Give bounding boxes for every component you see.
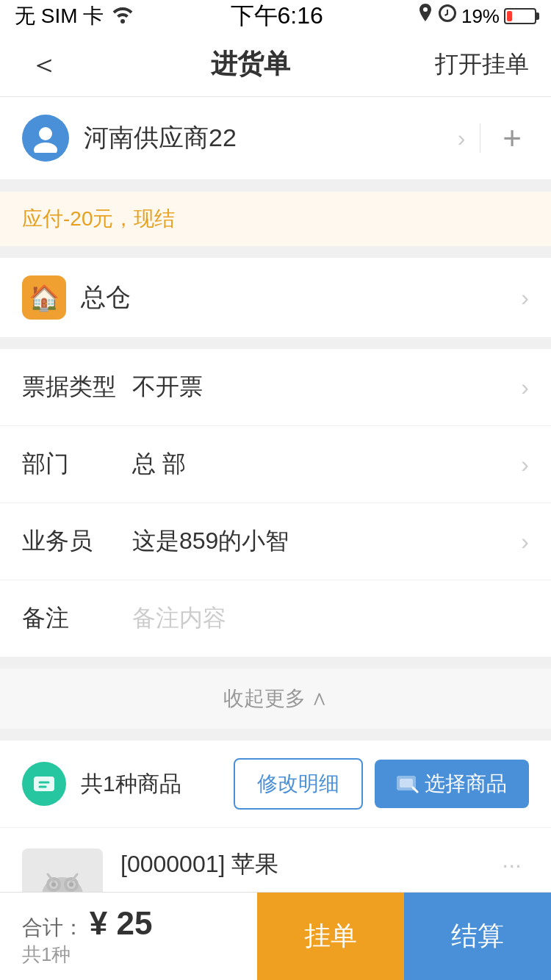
product-name: [0000001] 苹果 [120,849,494,881]
warehouse-chevron-icon: › [521,284,529,311]
form-section: 票据类型 不开票 › 部门 总 部 › 业务员 这是859的小智 › 备注 备注… [0,349,551,657]
footer: 合计： ¥ 25 共1种 挂单 结算 [0,892,551,980]
products-icon [22,762,66,806]
battery-percent: 19% [461,5,500,28]
invoice-type-row[interactable]: 票据类型 不开票 › [0,349,551,426]
svg-rect-4 [400,779,413,788]
warehouse-row[interactable]: 🏠 总仓 › [0,258,551,337]
sales-row[interactable]: 业务员 这是859的小智 › [0,503,551,580]
warehouse-icon: 🏠 [22,275,66,320]
sales-value: 这是859的小智 [118,525,521,558]
total-amount: ¥ 25 [90,905,153,941]
svg-line-5 [413,788,417,792]
carrier-label: 无 SIM 卡 [15,2,104,30]
dept-chevron-icon: › [521,451,529,478]
select-product-button[interactable]: 选择商品 [375,760,529,808]
supplier-chevron-icon: › [458,125,466,152]
svg-point-12 [69,882,73,887]
sales-chevron-icon: › [521,528,529,555]
collapse-row[interactable]: 收起更多 ∧ [0,669,551,729]
settle-button[interactable]: 结算 [404,893,551,981]
products-header: 共1种商品 修改明细 选择商品 [0,741,551,828]
invoice-label: 票据类型 [22,371,118,403]
dept-value: 总 部 [118,448,521,480]
svg-rect-2 [34,777,54,791]
location-icon [417,4,433,29]
alarm-icon [438,4,457,29]
battery-icon [504,8,536,24]
products-count: 共1种商品 [81,769,234,799]
supplier-section: 河南供应商22 › + [0,97,551,180]
edit-detail-button[interactable]: 修改明细 [234,758,363,810]
dept-label: 部门 [22,448,118,480]
time-label: 下午6:16 [231,0,323,32]
add-supplier-button[interactable]: + [495,120,529,156]
notice-bar: 应付-20元，现结 [0,192,551,246]
collapse-label: 收起更多 ∧ [223,687,328,710]
footer-total: 合计： ¥ 25 共1种 [0,905,257,968]
supplier-divider [480,123,480,153]
svg-point-0 [39,127,52,140]
remark-input[interactable]: 备注内容 [118,602,529,635]
warehouse-section: 🏠 总仓 › [0,258,551,337]
nav-bar: ＜ 进货单 打开挂单 [0,32,551,97]
wifi-icon [109,4,136,29]
product-title: 苹果 [231,851,278,877]
open-hold-button[interactable]: 打开挂单 [435,48,529,81]
back-button[interactable]: ＜ [22,37,66,92]
select-product-label: 选择商品 [425,770,507,798]
invoice-chevron-icon: › [521,374,529,401]
product-more-button[interactable]: ··· [494,849,529,882]
footer-count: 共1种 [22,942,235,968]
status-left: 无 SIM 卡 [15,2,136,30]
svg-point-1 [34,143,57,153]
dept-row[interactable]: 部门 总 部 › [0,426,551,503]
invoice-value: 不开票 [118,371,521,403]
status-bar: 无 SIM 卡 下午6:16 19% [0,0,551,32]
supplier-avatar [22,115,69,162]
supplier-row[interactable]: 河南供应商22 › + [0,97,551,180]
total-label: 合计： [22,916,84,939]
supplier-name: 河南供应商22 [84,121,458,155]
remark-label: 备注 [22,602,118,635]
warehouse-name: 总仓 [81,281,521,314]
notice-text: 应付-20元，现结 [22,207,175,230]
product-code: [0000001] [120,851,225,877]
sales-label: 业务员 [22,525,118,558]
hold-button[interactable]: 挂单 [257,893,404,981]
status-right: 19% [417,4,536,29]
svg-point-11 [51,882,56,887]
page-title: 进货单 [211,46,290,82]
footer-total-row: 合计： ¥ 25 [22,905,235,942]
remark-row[interactable]: 备注 备注内容 [0,580,551,657]
